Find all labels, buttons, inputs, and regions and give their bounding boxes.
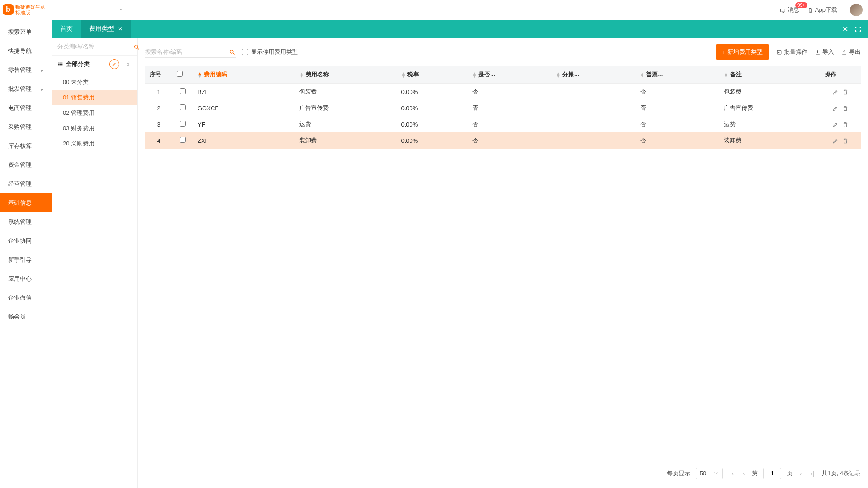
logo-icon: b: [3, 4, 14, 15]
sidebar-item[interactable]: 企业微信: [0, 288, 52, 307]
pagination: 每页显示 50 ﹀ |‹ ‹ 第 页 › ›| 共1页, 4条记录: [145, 461, 861, 488]
company-switcher[interactable]: ﹀: [52, 6, 124, 14]
cell-ticket: 否: [636, 132, 720, 149]
tab-label: 费用类型: [89, 25, 114, 33]
sidebar-item[interactable]: 采购管理: [0, 117, 52, 136]
edit-icon[interactable]: [832, 137, 839, 144]
prev-page-button[interactable]: ‹: [741, 469, 746, 478]
sidebar-item[interactable]: 电商管理: [0, 99, 52, 117]
row-checkbox[interactable]: [180, 137, 186, 143]
phone-icon: [807, 6, 813, 13]
th-yn1[interactable]: ▲▼是否...: [468, 66, 552, 84]
messages-button[interactable]: 消息 99+: [780, 6, 799, 14]
edit-icon[interactable]: [832, 104, 839, 112]
sidebar-item[interactable]: 新手引导: [0, 250, 52, 269]
cell-yn1: 否: [468, 100, 552, 116]
th-rate[interactable]: ▲▼税率: [397, 66, 468, 84]
search-icon[interactable]: [229, 48, 236, 56]
select-all-checkbox[interactable]: [177, 71, 183, 77]
category-search-input[interactable]: [57, 43, 133, 50]
delete-icon[interactable]: [842, 88, 849, 95]
page-input[interactable]: [763, 468, 781, 479]
import-label: 导入: [822, 48, 834, 56]
cell-yn1: 否: [468, 132, 552, 149]
sidebar-item[interactable]: 零售管理▸: [0, 61, 52, 80]
cell-name: 运费: [295, 116, 396, 132]
list-icon: [57, 61, 63, 67]
sidebar-item[interactable]: 经营管理: [0, 174, 52, 193]
cell-code: BZF: [193, 84, 295, 100]
delete-icon[interactable]: [842, 104, 849, 112]
per-page-label: 每页显示: [667, 469, 690, 478]
category-all-label: 全部分类: [66, 60, 90, 68]
th-code[interactable]: ▲▼费用编码: [193, 66, 295, 84]
page-suffix: 页: [787, 469, 793, 478]
tab-close-icon[interactable]: ✕: [118, 26, 123, 32]
caret-right-icon: ▸: [41, 68, 43, 73]
category-item[interactable]: 20 采购费用: [52, 136, 137, 151]
row-checkbox[interactable]: [180, 121, 186, 127]
chat-icon: [780, 6, 786, 13]
import-button[interactable]: 导入: [815, 48, 834, 56]
svg-rect-11: [777, 50, 781, 54]
cell-code: YF: [193, 116, 295, 132]
table-row[interactable]: 3YF运费0.00%否否运费: [145, 116, 861, 132]
show-disabled-input[interactable]: [242, 49, 248, 55]
last-page-button[interactable]: ›|: [809, 469, 816, 478]
sidebar: 搜索菜单快捷导航零售管理▸批发管理▸电商管理采购管理库存核算资金管理经营管理基础…: [0, 20, 52, 488]
th-index[interactable]: 序号: [145, 66, 172, 84]
avatar[interactable]: [850, 4, 863, 16]
th-remark[interactable]: ▲▼备注: [719, 66, 820, 84]
add-fee-type-button[interactable]: + 新增费用类型: [716, 44, 769, 60]
tab[interactable]: 费用类型✕: [81, 20, 131, 38]
table-row[interactable]: 1BZF包装费0.00%否否包装费: [145, 84, 861, 100]
th-ticket[interactable]: ▲▼普票...: [636, 66, 720, 84]
category-item[interactable]: 02 管理费用: [52, 105, 137, 121]
close-icon[interactable]: ✕: [842, 25, 848, 33]
row-checkbox[interactable]: [180, 104, 186, 110]
sidebar-item[interactable]: 搜索菜单: [0, 23, 52, 42]
edit-icon[interactable]: [832, 121, 839, 128]
svg-rect-4: [58, 63, 59, 64]
edit-category-button[interactable]: [109, 59, 119, 69]
th-name[interactable]: ▲▼费用名称: [295, 66, 396, 84]
collapse-panel-icon[interactable]: «: [124, 59, 132, 69]
delete-icon[interactable]: [842, 121, 849, 128]
page-summary: 共1页, 4条记录: [821, 469, 861, 478]
cell-index: 1: [145, 84, 172, 100]
edit-icon[interactable]: [832, 88, 839, 95]
category-item[interactable]: 03 财务费用: [52, 121, 137, 136]
cell-yn1: 否: [468, 116, 552, 132]
cell-index: 4: [145, 132, 172, 149]
cell-share: [552, 84, 636, 100]
sidebar-item[interactable]: 库存核算: [0, 136, 52, 155]
sidebar-item[interactable]: 批发管理▸: [0, 80, 52, 99]
tab[interactable]: 首页: [52, 20, 81, 38]
app-download-button[interactable]: App下载: [807, 6, 837, 14]
sidebar-item[interactable]: 企业协同: [0, 231, 52, 250]
cell-ticket: 否: [636, 116, 720, 132]
table-row[interactable]: 2GGXCF广告宣传费0.00%否否广告宣传费: [145, 100, 861, 116]
sidebar-item[interactable]: 基础信息: [0, 193, 52, 212]
fullscreen-icon[interactable]: [854, 25, 862, 33]
export-button[interactable]: 导出: [841, 48, 861, 56]
th-share[interactable]: ▲▼分摊...: [552, 66, 636, 84]
table-row[interactable]: 4ZXF装卸费0.00%否否装卸费: [145, 132, 861, 149]
category-all[interactable]: 全部分类 «: [52, 56, 137, 73]
sidebar-item[interactable]: 资金管理: [0, 155, 52, 174]
category-item[interactable]: 00 未分类: [52, 75, 137, 90]
first-page-button[interactable]: |‹: [728, 469, 736, 478]
sidebar-item[interactable]: 快捷导航: [0, 42, 52, 61]
svg-rect-7: [59, 63, 62, 64]
sidebar-item[interactable]: 畅会员: [0, 307, 52, 326]
per-page-select[interactable]: 50 ﹀: [696, 468, 723, 479]
next-page-button[interactable]: ›: [798, 469, 803, 478]
batch-ops-button[interactable]: 批量操作: [776, 48, 807, 56]
sidebar-item[interactable]: 系统管理: [0, 212, 52, 231]
show-disabled-checkbox[interactable]: 显示停用费用类型: [242, 48, 298, 56]
row-checkbox[interactable]: [180, 88, 186, 94]
category-item[interactable]: 01 销售费用: [52, 90, 137, 105]
delete-icon[interactable]: [842, 137, 849, 144]
sidebar-item[interactable]: 应用中心: [0, 269, 52, 288]
table-search-input[interactable]: [145, 48, 229, 55]
